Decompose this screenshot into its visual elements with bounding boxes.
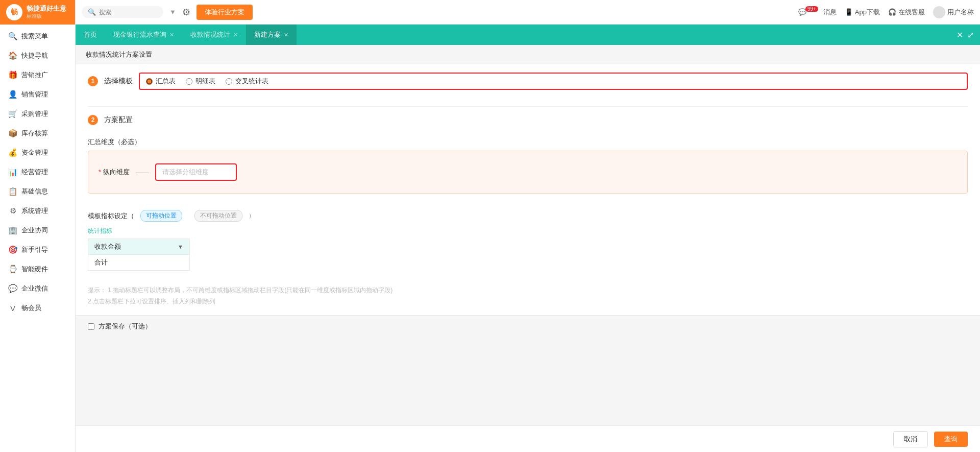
search-input[interactable] bbox=[99, 9, 150, 16]
message-item[interactable]: 💬 99+ 消息 bbox=[798, 8, 837, 17]
settings-icon[interactable]: ⚙ bbox=[182, 7, 190, 18]
section2-number: 2 bbox=[88, 115, 98, 125]
tab-close-bank-flow[interactable]: ✕ bbox=[169, 32, 174, 38]
section2-title: 方案配置 bbox=[104, 115, 133, 125]
tab-home[interactable]: 首页 bbox=[76, 25, 105, 45]
section1-row: 1 选择模板 汇总表 明细表 交叉统计表 bbox=[88, 73, 968, 90]
footer-bar: 取消 查询 bbox=[76, 425, 980, 452]
sidebar-item-member[interactable]: V 畅会员 bbox=[0, 298, 75, 318]
option-cross[interactable]: 交叉统计表 bbox=[226, 77, 268, 86]
topbar: 🔍 ▼ ⚙ 体验行业方案 💬 99+ 消息 📱 App下载 🎧 在线客服 用户名… bbox=[76, 0, 980, 25]
watch-icon: ⌚ bbox=[8, 265, 17, 274]
sidebar-nav: 🔍 搜索菜单 🏠 快捷导航 🎁 营销推广 👤 销售管理 🛒 采购管理 📦 库存核… bbox=[0, 25, 75, 452]
dimension-arrow: —— bbox=[136, 169, 149, 176]
money-icon: 💰 bbox=[8, 148, 17, 157]
radio-summary[interactable] bbox=[146, 78, 153, 85]
sidebar-item-operation[interactable]: 📊 经营管理 bbox=[0, 162, 75, 182]
building-icon: 🏢 bbox=[8, 226, 17, 235]
metrics-section: 模板指标设定（ 可拖动位置 不可拖动位置 ） 统计指标 收款金额 ▼ 合计 bbox=[76, 210, 980, 279]
sidebar-logo: 畅 畅捷通好生意 标准版 bbox=[0, 0, 75, 25]
tab-receipt-stats[interactable]: 收款情况统计 ✕ bbox=[182, 25, 246, 45]
sidebar-item-hardware[interactable]: ⌚ 智能硬件 bbox=[0, 259, 75, 279]
tip2: 2.点击标题栏下拉可设置排序、插入列和删除列 bbox=[88, 296, 968, 307]
gift-icon: 🎁 bbox=[8, 70, 17, 80]
section2-content: 汇总维度（必选） * 纵向维度 —— 请选择分组维度 bbox=[76, 137, 980, 210]
download-item[interactable]: 📱 App下载 bbox=[845, 8, 880, 17]
chart-icon: 📊 bbox=[8, 168, 17, 177]
metrics-label: 统计指标 bbox=[88, 227, 968, 235]
user-icon: 👤 bbox=[8, 90, 17, 99]
section2-header: 2 方案配置 bbox=[76, 107, 980, 137]
dimension-section-label: 汇总维度（必选） bbox=[88, 137, 968, 147]
chevron-down-icon[interactable]: ▼ bbox=[169, 8, 176, 16]
metrics-table: 收款金额 ▼ 合计 bbox=[88, 239, 190, 271]
industry-btn[interactable]: 体验行业方案 bbox=[197, 5, 253, 20]
option-summary[interactable]: 汇总表 bbox=[146, 77, 176, 86]
template-options: 汇总表 明细表 交叉统计表 bbox=[139, 73, 968, 90]
chat-icon: 💬 bbox=[8, 284, 17, 293]
close-window-icon[interactable]: ✕ bbox=[957, 30, 963, 40]
option-detail[interactable]: 明细表 bbox=[186, 77, 215, 86]
breadcrumb: 收款情况统计方案设置 bbox=[76, 45, 980, 64]
search-menu-icon: 🔍 bbox=[8, 32, 17, 41]
search-icon: 🔍 bbox=[88, 8, 96, 16]
main-area: 🔍 ▼ ⚙ 体验行业方案 💬 99+ 消息 📱 App下载 🎧 在线客服 用户名… bbox=[76, 0, 980, 452]
section1-number: 1 bbox=[88, 76, 98, 86]
sidebar-item-search-menu[interactable]: 🔍 搜索菜单 bbox=[0, 27, 75, 46]
box-icon: 📦 bbox=[8, 129, 17, 138]
download-icon: 📱 bbox=[845, 8, 853, 16]
save-checkbox[interactable] bbox=[88, 323, 94, 330]
tab-close-receipt-stats[interactable]: ✕ bbox=[233, 32, 238, 38]
topbar-right: 💬 99+ 消息 📱 App下载 🎧 在线客服 用户名称 bbox=[798, 6, 974, 18]
save-option: 方案保存（可选） bbox=[76, 315, 980, 337]
metrics-table-row: 合计 bbox=[88, 255, 189, 270]
cart-icon: 🛒 bbox=[8, 109, 17, 118]
non-draggable-badge: 不可拖动位置 bbox=[194, 210, 242, 222]
section1-title: 选择模板 bbox=[104, 77, 133, 86]
sidebar: 畅 畅捷通好生意 标准版 🔍 搜索菜单 🏠 快捷导航 🎁 营销推广 👤 销售管理… bbox=[0, 0, 76, 452]
sidebar-item-enterprise[interactable]: 🏢 企业协同 bbox=[0, 221, 75, 240]
content-area: 收款情况统计方案设置 1 选择模板 汇总表 明细表 bbox=[76, 45, 980, 452]
cancel-button[interactable]: 取消 bbox=[893, 431, 928, 447]
tips-section: 提示： 1.拖动标题栏可以调整布局，不可跨维度或指标区域拖动栏目字段(只能在同一… bbox=[76, 279, 980, 315]
sidebar-item-inventory[interactable]: 📦 库存核算 bbox=[0, 124, 75, 143]
user-item[interactable]: 用户名称 bbox=[933, 6, 974, 18]
tabs-actions: ✕ ⤢ bbox=[950, 25, 980, 45]
target-icon: 🎯 bbox=[8, 245, 17, 254]
sidebar-item-wechat[interactable]: 💬 企业微信 bbox=[0, 279, 75, 298]
sidebar-item-finance[interactable]: 💰 资金管理 bbox=[0, 143, 75, 162]
sidebar-item-sales[interactable]: 👤 销售管理 bbox=[0, 85, 75, 104]
logo-icon: 畅 bbox=[6, 4, 22, 20]
metrics-close-paren: ） bbox=[249, 211, 255, 220]
sidebar-item-purchase[interactable]: 🛒 采购管理 bbox=[0, 104, 75, 124]
content-inner: 1 选择模板 汇总表 明细表 交叉统计表 bbox=[76, 64, 980, 315]
sidebar-item-basic-info[interactable]: 📋 基础信息 bbox=[0, 182, 75, 201]
tab-new-plan[interactable]: 新建方案 ✕ bbox=[246, 25, 297, 45]
service-item[interactable]: 🎧 在线客服 bbox=[888, 8, 925, 17]
search-box[interactable]: 🔍 bbox=[82, 6, 163, 18]
dimension-input[interactable]: 请选择分组维度 bbox=[155, 163, 237, 181]
radio-detail[interactable] bbox=[186, 78, 192, 85]
tabs-bar: 首页 现金银行流水查询 ✕ 收款情况统计 ✕ 新建方案 ✕ ✕ ⤢ bbox=[76, 25, 980, 45]
section2-row: 2 方案配置 bbox=[88, 115, 968, 125]
service-icon: 🎧 bbox=[888, 8, 896, 16]
dimension-area: * 纵向维度 —— 请选择分组维度 bbox=[88, 151, 968, 194]
dimension-required-star: * 纵向维度 bbox=[99, 168, 130, 177]
sidebar-item-system[interactable]: ⚙ 系统管理 bbox=[0, 201, 75, 221]
chevron-down-icon[interactable]: ▼ bbox=[178, 244, 183, 250]
metrics-header: 模板指标设定（ 可拖动位置 不可拖动位置 ） bbox=[88, 210, 968, 222]
expand-icon[interactable]: ⤢ bbox=[967, 30, 974, 40]
clipboard-icon: 📋 bbox=[8, 187, 17, 196]
query-button[interactable]: 查询 bbox=[934, 432, 968, 447]
gear-icon: ⚙ bbox=[8, 206, 17, 216]
tab-bank-flow[interactable]: 现金银行流水查询 ✕ bbox=[105, 25, 182, 45]
metrics-table-header[interactable]: 收款金额 ▼ bbox=[88, 239, 189, 255]
save-option-label: 方案保存（可选） bbox=[99, 322, 152, 331]
sidebar-item-quick-nav[interactable]: 🏠 快捷导航 bbox=[0, 46, 75, 65]
sidebar-item-guide[interactable]: 🎯 新手引导 bbox=[0, 240, 75, 259]
draggable-badge: 可拖动位置 bbox=[140, 210, 182, 222]
sidebar-item-marketing[interactable]: 🎁 营销推广 bbox=[0, 65, 75, 85]
radio-cross[interactable] bbox=[226, 78, 232, 85]
tab-close-new-plan[interactable]: ✕ bbox=[284, 32, 288, 38]
home-icon: 🏠 bbox=[8, 51, 17, 60]
